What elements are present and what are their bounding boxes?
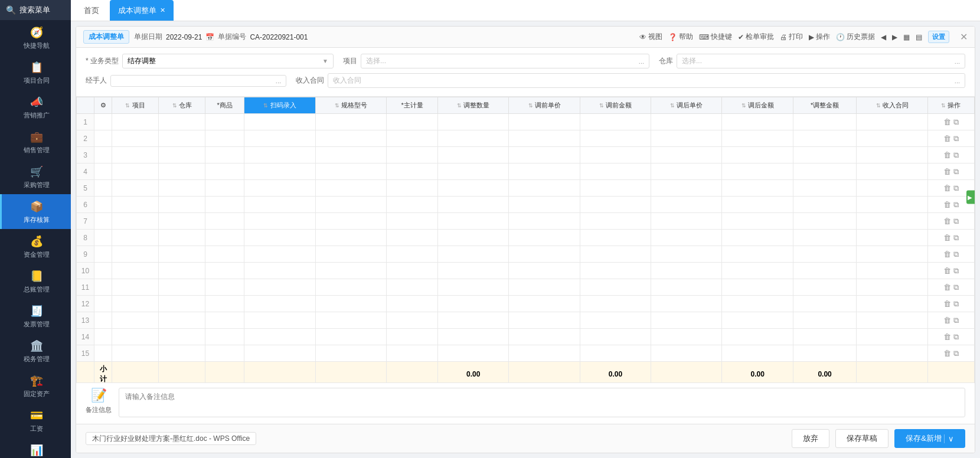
cell-prev_price[interactable] (509, 130, 580, 147)
cell-product[interactable] (205, 163, 244, 180)
table-row[interactable]: 10🗑⧉ (77, 263, 975, 279)
delete-icon[interactable]: 🗑 (943, 332, 951, 342)
tab-home[interactable]: 首页 (76, 0, 107, 21)
cell-adj_amount[interactable] (793, 130, 857, 147)
cell-adj_qty[interactable] (438, 130, 509, 147)
cell-new_price[interactable] (651, 163, 722, 180)
cell-adj_qty[interactable] (438, 114, 509, 130)
cell-adj_amount[interactable] (793, 213, 857, 230)
cell-prev_amount[interactable] (580, 147, 651, 163)
cell-settings[interactable] (94, 345, 112, 362)
cell-prev_price[interactable] (509, 197, 580, 213)
cell-product[interactable] (205, 263, 244, 279)
cell-project[interactable] (112, 197, 159, 213)
cell-spec[interactable] (315, 147, 386, 163)
cell-income_contract[interactable] (857, 246, 927, 263)
cell-prev_price[interactable] (509, 345, 580, 362)
cell-spec[interactable] (315, 246, 386, 263)
sidebar-item-assets[interactable]: 🏗️固定资产 (0, 368, 71, 403)
copy-icon[interactable]: ⧉ (953, 349, 959, 358)
cell-prev_price[interactable] (509, 263, 580, 279)
cell-prev_amount[interactable] (580, 246, 651, 263)
delete-icon[interactable]: 🗑 (943, 283, 951, 292)
cell-new_price[interactable] (651, 345, 722, 362)
sidebar-item-inventory[interactable]: 📦库存核算 (0, 194, 71, 229)
settings-btn[interactable]: 设置 (928, 31, 949, 43)
cell-settings[interactable] (94, 246, 112, 263)
cell-scan[interactable] (244, 130, 315, 147)
copy-icon[interactable]: ⧉ (953, 134, 959, 143)
action-nav-next[interactable]: ▶ (892, 33, 897, 41)
save-draft-button[interactable]: 保存草稿 (835, 429, 888, 448)
cell-product[interactable] (205, 147, 244, 163)
cell-spec[interactable] (315, 114, 386, 130)
cell-warehouse[interactable] (159, 329, 205, 345)
delete-icon[interactable]: 🗑 (943, 117, 951, 127)
copy-icon[interactable]: ⧉ (953, 250, 959, 259)
cell-product[interactable] (205, 296, 244, 312)
action-operation[interactable]: ▶操作 (809, 32, 830, 42)
cell-product[interactable] (205, 180, 244, 197)
cell-prev_price[interactable] (509, 213, 580, 230)
cell-warehouse[interactable] (159, 230, 205, 246)
cell-project[interactable] (112, 263, 159, 279)
copy-icon[interactable]: ⧉ (953, 184, 959, 193)
sidebar-item-operations[interactable]: 📊经营管理 (0, 438, 71, 458)
action-shortcut[interactable]: ⌨快捷键 (699, 32, 732, 42)
cell-adj_qty[interactable] (438, 296, 509, 312)
sidebar-item-invoice[interactable]: 🧾发票管理 (0, 299, 71, 333)
table-row[interactable]: 7🗑⧉ (77, 213, 975, 230)
cell-prev_price[interactable] (509, 180, 580, 197)
cell-adj_qty[interactable] (438, 230, 509, 246)
cell-settings[interactable] (94, 329, 112, 345)
sidebar-item-marketing[interactable]: 📣营销推广 (0, 90, 71, 125)
cell-new_amount[interactable] (722, 147, 793, 163)
right-handle[interactable]: ▶ (966, 190, 975, 204)
copy-icon[interactable]: ⧉ (953, 233, 959, 243)
cell-new_price[interactable] (651, 329, 722, 345)
cell-new_amount[interactable] (722, 197, 793, 213)
cell-product[interactable] (205, 345, 244, 362)
cell-product[interactable] (205, 130, 244, 147)
cell-unit[interactable] (387, 180, 438, 197)
cell-settings[interactable] (94, 312, 112, 329)
cell-adj_qty[interactable] (438, 263, 509, 279)
cell-income_contract[interactable] (857, 230, 927, 246)
sidebar-search[interactable]: 🔍 搜索菜单 (0, 0, 71, 20)
cell-project[interactable] (112, 312, 159, 329)
cell-income_contract[interactable] (857, 130, 927, 147)
cell-spec[interactable] (315, 180, 386, 197)
cell-prev_amount[interactable] (580, 114, 651, 130)
cell-unit[interactable] (387, 147, 438, 163)
save-new-arrow[interactable]: ∨ (944, 434, 954, 443)
cell-unit[interactable] (387, 114, 438, 130)
close-window-btn[interactable]: ✕ (960, 31, 968, 42)
cell-prev_amount[interactable] (580, 329, 651, 345)
cell-new_amount[interactable] (722, 296, 793, 312)
action-layout2[interactable]: ▤ (916, 33, 922, 41)
cell-prev_price[interactable] (509, 230, 580, 246)
cell-settings[interactable] (94, 147, 112, 163)
cell-prev_amount[interactable] (580, 130, 651, 147)
cell-scan[interactable] (244, 180, 315, 197)
cell-new_amount[interactable] (722, 345, 793, 362)
sidebar-item-finance[interactable]: 💰资金管理 (0, 229, 71, 264)
delete-icon[interactable]: 🗑 (943, 184, 951, 193)
cell-prev_amount[interactable] (580, 345, 651, 362)
cell-settings[interactable] (94, 130, 112, 147)
remarks-input[interactable] (119, 388, 965, 417)
cell-prev_amount[interactable] (580, 180, 651, 197)
cell-adj_qty[interactable] (438, 279, 509, 296)
delete-icon[interactable]: 🗑 (943, 167, 951, 176)
cell-warehouse[interactable] (159, 246, 205, 263)
cell-new_price[interactable] (651, 197, 722, 213)
sidebar-item-quick-nav[interactable]: 🧭快捷导航 (0, 20, 71, 55)
table-row[interactable]: 11🗑⧉ (77, 279, 975, 296)
cell-settings[interactable] (94, 263, 112, 279)
cell-new_amount[interactable] (722, 312, 793, 329)
delete-icon[interactable]: 🗑 (943, 217, 951, 226)
cell-unit[interactable] (387, 329, 438, 345)
copy-icon[interactable]: ⧉ (953, 332, 959, 342)
cell-prev_amount[interactable] (580, 296, 651, 312)
cell-project[interactable] (112, 296, 159, 312)
